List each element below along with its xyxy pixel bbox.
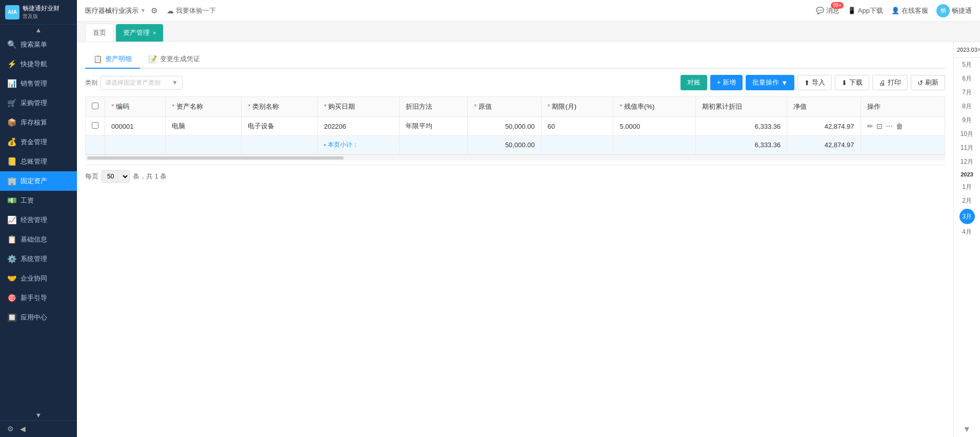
batch-ops-button[interactable]: 批量操作 ▼ [746,75,794,90]
subtotal-empty-6 [541,136,613,154]
inventory-icon: 📦 [7,118,16,127]
month-4[interactable]: 4月 [954,225,980,239]
ledger-icon: 📒 [7,157,16,166]
total-label: 条，共 1 条 [133,172,167,181]
filter-area: 类别 请选择固定资产类别 ▼ [85,76,183,90]
sidebar-item-enterprise[interactable]: 🤝 企业协同 [0,269,77,288]
download-button[interactable]: ⬇ 下载 [835,75,869,90]
delete-icon[interactable]: 🗑 [896,122,903,130]
subtotal-net-value: 42,874.97 [787,136,861,154]
month-7[interactable]: 7月 [954,86,980,100]
enterprise-icon: 🤝 [7,274,16,283]
edit-icon[interactable]: ✏ [867,122,873,130]
settings-icon[interactable]: ⚙ [7,425,14,433]
category-filter[interactable]: 请选择固定资产类别 ▼ [101,76,183,90]
th-name: * 资产名称 [166,97,242,117]
topbar-right: 💬 消息 99+ 📱 App下载 👤 在线客服 畅 畅捷通 [816,4,972,17]
sidebar-item-salary[interactable]: 💵 工资 [0,191,77,210]
more-icon[interactable]: ⋯ [886,122,893,130]
copy-icon[interactable]: ⊡ [876,122,883,130]
new-button[interactable]: + 新增 [710,75,743,90]
per-page-select[interactable]: 50 100 200 [102,170,130,183]
month-11[interactable]: 11月 [954,141,980,155]
print-button[interactable]: 🖨 打印 [872,75,908,90]
subtotal-row: ▪ 本页小计： 50,000.00 6,333.36 42,874.97 [86,136,945,154]
sidebar-item-guide[interactable]: 🎯 新手引导 [0,288,77,308]
export-button[interactable]: ⬆ 导入 [797,75,832,90]
subtotal-empty-3 [166,136,242,154]
select-all-checkbox[interactable] [92,103,98,109]
month-1[interactable]: 1月 [954,180,980,194]
sidebar-item-system[interactable]: ⚙️ 系统管理 [0,249,77,269]
topbar-gear-icon[interactable]: ⚙ [151,6,157,15]
th-period: * 期限(月) [541,97,613,117]
horizontal-scrollbar[interactable] [85,154,945,161]
right-panel-close-icon[interactable]: × [977,46,980,53]
month-5[interactable]: 5月 [954,58,980,72]
th-checkbox [86,97,105,117]
cell-code: 000001 [105,117,166,136]
sidebar-scroll-up[interactable]: ▲ [0,25,77,35]
row-checkbox-cell [86,117,105,136]
subtotal-empty-4 [242,136,317,154]
sidebar-item-purchase[interactable]: 🛒 采购管理 [0,93,77,113]
asset-detail-icon: 📋 [93,55,102,63]
row-checkbox[interactable] [92,122,98,129]
company-name: 医疗器械行业演示 [85,6,138,15]
user-menu[interactable]: 畅 畅捷通 [936,4,972,17]
tab-asset-management[interactable]: 资产管理 × [116,24,163,42]
scrollbar-thumb[interactable] [87,156,344,160]
sidebar-item-capital[interactable]: 💰 资金管理 [0,132,77,152]
quick-nav-icon: ⚡ [7,59,16,69]
right-panel: 2023.03 × ⛶ 5月 6月 7月 8月 9月 10月 11月 12月 2… [953,42,980,437]
cell-purchase-date: 202206 [317,117,399,136]
refresh-button[interactable]: ↺ 刷新 [911,75,945,90]
sidebar-item-quick-nav[interactable]: ⚡ 快捷导航 [0,54,77,74]
month-6[interactable]: 6月 [954,72,980,86]
month-8[interactable]: 8月 [954,100,980,113]
sidebar-item-sales[interactable]: 📊 销售管理 [0,74,77,93]
app-download-button[interactable]: 📱 App下载 [848,6,883,15]
reconcile-button[interactable]: 对账 [681,75,707,90]
company-selector[interactable]: 医疗器械行业演示 ▼ [85,6,146,15]
sub-tab-change-voucher[interactable]: 📝 变更生成凭证 [140,50,208,68]
experience-button[interactable]: ☁ 我要体验一下 [167,6,216,15]
subtotal-empty-1 [86,136,105,154]
filter-arrow-icon: ▼ [172,79,178,86]
tab-home[interactable]: 首页 [85,24,114,42]
month-10[interactable]: 10月 [954,127,980,141]
sidebar-menu: 🔍 搜索菜单 ⚡ 快捷导航 📊 销售管理 🛒 采购管理 📦 库存核算 💰 资金管… [0,35,77,410]
filter-label: 类别 [85,78,97,87]
subtotal-empty-5 [399,136,468,154]
subtotal-label-cell: ▪ 本页小计： [317,136,399,154]
sidebar-item-operations[interactable]: 📈 经营管理 [0,210,77,230]
messages-badge: 99+ [831,2,844,9]
toolbar-right: 对账 + 新增 批量操作 ▼ ⬆ 导入 ⬇ 下载 [681,75,945,90]
messages-button[interactable]: 💬 消息 99+ [816,6,839,15]
tabs-bar: 首页 资产管理 × [77,22,980,42]
sidebar-item-app-center[interactable]: 🔲 应用中心 [0,308,77,327]
subtotal-empty-8 [861,136,945,154]
sidebar-logo: AtA 畅捷通好业财 普及版 [0,0,77,25]
tab-close-icon[interactable]: × [153,30,156,36]
sidebar-item-search[interactable]: 🔍 搜索菜单 [0,35,77,54]
sidebar-scroll-down[interactable]: ▼ [0,410,77,420]
month-9[interactable]: 9月 [954,113,980,127]
month-3-active[interactable]: 3月 [959,209,975,224]
month-2[interactable]: 2月 [954,194,980,208]
right-panel-title: 2023.03 [957,47,977,53]
sidebar-item-basic-info[interactable]: 📋 基础信息 [0,230,77,249]
sidebar-item-inventory[interactable]: 📦 库存核算 [0,113,77,132]
th-net-value: 净值 [787,97,861,117]
refresh-icon: ↺ [917,79,923,87]
sub-tab-asset-detail[interactable]: 📋 资产明细 [85,50,140,69]
online-service-button[interactable]: 👤 在线客服 [891,6,928,15]
toolbar: 类别 请选择固定资产类别 ▼ 对账 + 新增 批量操作 ▼ [85,75,945,90]
sidebar-item-fixed-assets[interactable]: 🏢 固定资产 [0,171,77,191]
topbar: 医疗器械行业演示 ▼ ⚙ ☁ 我要体验一下 💬 消息 99+ 📱 App下载 👤… [77,0,980,22]
subtotal-empty-2 [105,136,166,154]
sidebar-item-ledger[interactable]: 📒 总账管理 [0,152,77,171]
collapse-icon[interactable]: ◀ [20,425,26,433]
month-12[interactable]: 12月 [954,155,980,169]
right-panel-bottom-icon[interactable]: ▼ [963,425,971,433]
